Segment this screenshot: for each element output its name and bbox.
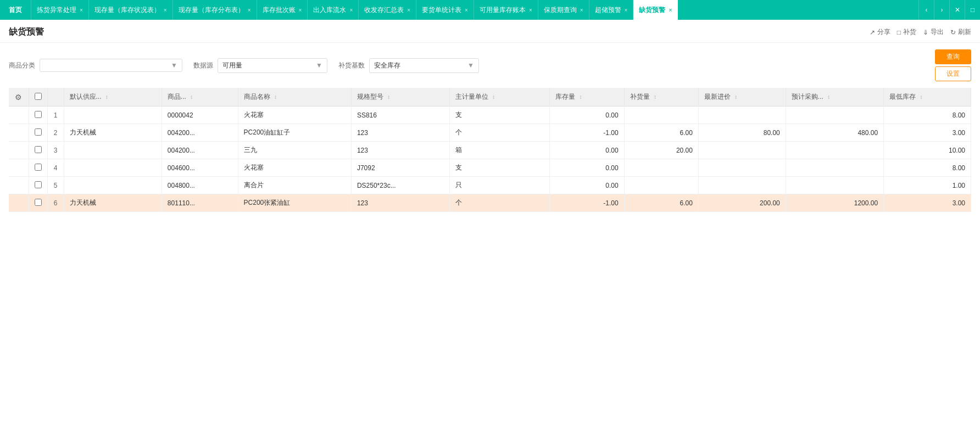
nav-expand-btn[interactable]: □ xyxy=(965,0,980,20)
latest-price-col-label: 最新进价 xyxy=(704,93,731,100)
sort-icon[interactable]: ↕ xyxy=(580,94,582,100)
col-est-purchase: 预计采购... ↕ xyxy=(786,88,883,107)
close-icon[interactable]: × xyxy=(465,7,468,13)
goods-name-col-label: 商品名称 xyxy=(244,93,270,100)
sort-icon[interactable]: ↕ xyxy=(920,94,922,100)
close-icon[interactable]: × xyxy=(407,7,410,13)
row-gear-cell xyxy=(9,194,29,212)
close-icon[interactable]: × xyxy=(529,7,532,13)
nav-tab-order[interactable]: 要货单统计表 × xyxy=(416,0,474,20)
table-row[interactable]: 6力天机械801110...PC200张紧油缸123个-1.006.00200.… xyxy=(9,194,971,212)
close-icon[interactable]: × xyxy=(164,7,167,13)
row-num-cell: 2 xyxy=(47,124,64,142)
nav-tab-overstock[interactable]: 超储预警 × xyxy=(589,0,634,20)
category-arrow-icon: ▼ xyxy=(171,61,177,69)
sort-icon[interactable]: ↕ xyxy=(654,94,656,100)
row-unit-cell: 支 xyxy=(449,159,549,177)
nav-controls: ‹ › ✕ □ xyxy=(918,0,980,20)
row-checkbox[interactable] xyxy=(35,111,42,118)
row-latest-price-cell xyxy=(698,142,786,159)
row-checkbox[interactable] xyxy=(35,181,42,188)
row-checkbox[interactable] xyxy=(35,128,42,136)
row-goods-code-cell: 004200... xyxy=(162,124,238,142)
table-row[interactable]: 4004600...火花塞J7092支0.008.00 xyxy=(9,159,971,177)
table-row[interactable]: 3004200...三九123箱0.0020.0010.00 xyxy=(9,142,971,159)
table-row[interactable]: 5004800...离合片DS250*23c...只0.001.00 xyxy=(9,177,971,194)
nav-close-btn[interactable]: ✕ xyxy=(949,0,965,20)
replenish-select[interactable]: 安全库存 ▼ xyxy=(369,58,479,73)
spec-col-label: 规格型号 xyxy=(357,93,383,100)
datasource-select[interactable]: 可用量 ▼ xyxy=(218,58,327,73)
category-value xyxy=(44,61,166,69)
data-table: ⚙ 默认供应... ↕ 商品... ↕ 商品名称 xyxy=(9,88,971,212)
nav-tab-shortage[interactable]: 缺货预警 × xyxy=(633,0,678,20)
row-checkbox[interactable] xyxy=(35,146,42,153)
row-num-cell: 6 xyxy=(47,194,64,212)
nav-tab-home[interactable]: 首页 xyxy=(0,0,31,20)
row-num-cell: 1 xyxy=(47,107,64,124)
query-button[interactable]: 查询 xyxy=(935,49,971,64)
sort-icon[interactable]: ↕ xyxy=(274,94,277,100)
close-icon[interactable]: × xyxy=(248,7,251,13)
row-est-purchase-cell xyxy=(786,142,883,159)
row-spec-cell: DS250*23c... xyxy=(351,177,449,194)
row-check-cell xyxy=(29,159,47,177)
available-label: 可用量库存账本 xyxy=(480,5,526,15)
nav-tab-available[interactable]: 可用量库存账本 × xyxy=(474,0,538,20)
replenish-arrow-icon: ▼ xyxy=(467,61,474,69)
row-replenish-cell: 6.00 xyxy=(624,124,698,142)
unit-col-label: 主计量单位 xyxy=(455,93,488,100)
row-spec-cell: 123 xyxy=(351,194,449,212)
col-supplier: 默认供应... ↕ xyxy=(64,88,162,107)
datasource-label: 数据源 xyxy=(193,61,213,70)
close-icon[interactable]: × xyxy=(349,7,353,13)
sort-icon[interactable]: ↕ xyxy=(387,94,390,100)
sort-icon[interactable]: ↕ xyxy=(827,94,830,100)
nav-tab-inventory1[interactable]: 现存量（库存状况表） × xyxy=(89,0,173,20)
share-action[interactable]: ↗ 分享 xyxy=(870,27,890,37)
row-supplier-cell: 力天机械 xyxy=(64,124,162,142)
nav-tab-batch[interactable]: 库存批次账 × xyxy=(257,0,308,20)
sort-icon[interactable]: ↕ xyxy=(105,94,108,100)
export-action[interactable]: ⇓ 导出 xyxy=(923,27,944,37)
page-title: 缺货预警 xyxy=(9,26,870,38)
settings-gear-icon[interactable]: ⚙ xyxy=(15,93,22,102)
nav-prev-btn[interactable]: ‹ xyxy=(918,0,934,20)
row-gear-cell xyxy=(9,142,29,159)
category-select[interactable]: ▼ xyxy=(40,59,182,72)
row-num-cell: 5 xyxy=(47,177,64,194)
nav-tab-expiry[interactable]: 保质期查询 × xyxy=(538,0,589,20)
row-stock-cell: -1.00 xyxy=(550,124,624,142)
row-gear-cell xyxy=(9,177,29,194)
nav-tab-flow[interactable]: 出入库流水 × xyxy=(308,0,359,20)
sort-icon[interactable]: ↕ xyxy=(190,94,193,100)
row-spec-cell: SS816 xyxy=(351,107,449,124)
close-icon[interactable]: × xyxy=(669,7,672,13)
select-all-checkbox[interactable] xyxy=(35,93,42,100)
row-checkbox[interactable] xyxy=(35,199,42,206)
row-latest-price-cell: 200.00 xyxy=(698,194,786,212)
setting-button[interactable]: 设置 xyxy=(935,66,971,81)
table-row[interactable]: 10000042火花塞SS816支0.008.00 xyxy=(9,107,971,124)
col-stock: 库存量 ↕ xyxy=(550,88,624,107)
row-min-stock-cell: 3.00 xyxy=(884,194,971,212)
col-spec: 规格型号 ↕ xyxy=(351,88,449,107)
table-row[interactable]: 2力天机械004200...PC200油缸缸子123个-1.006.0080.0… xyxy=(9,124,971,142)
sort-icon[interactable]: ↕ xyxy=(734,94,737,100)
close-icon[interactable]: × xyxy=(299,7,302,13)
close-icon[interactable]: × xyxy=(625,7,628,13)
close-icon[interactable]: × xyxy=(580,7,583,13)
replenish-action[interactable]: □ 补货 xyxy=(897,27,916,37)
nav-tab-summary[interactable]: 收发存汇总表 × xyxy=(359,0,416,20)
nav-tab-inventory2[interactable]: 现存量（库存分布表） × xyxy=(173,0,257,20)
stock-col-label: 库存量 xyxy=(555,93,575,100)
datasource-arrow-icon: ▼ xyxy=(316,61,322,69)
refresh-action[interactable]: ↻ 刷新 xyxy=(950,27,971,37)
nav-next-btn[interactable]: › xyxy=(934,0,949,20)
sort-icon[interactable]: ↕ xyxy=(492,94,495,100)
nav-tab-pick[interactable]: 拣货异常处理 × xyxy=(31,0,89,20)
row-checkbox[interactable] xyxy=(35,164,42,171)
row-goods-code-cell: 004200... xyxy=(162,142,238,159)
row-latest-price-cell xyxy=(698,107,786,124)
close-icon[interactable]: × xyxy=(80,7,83,13)
